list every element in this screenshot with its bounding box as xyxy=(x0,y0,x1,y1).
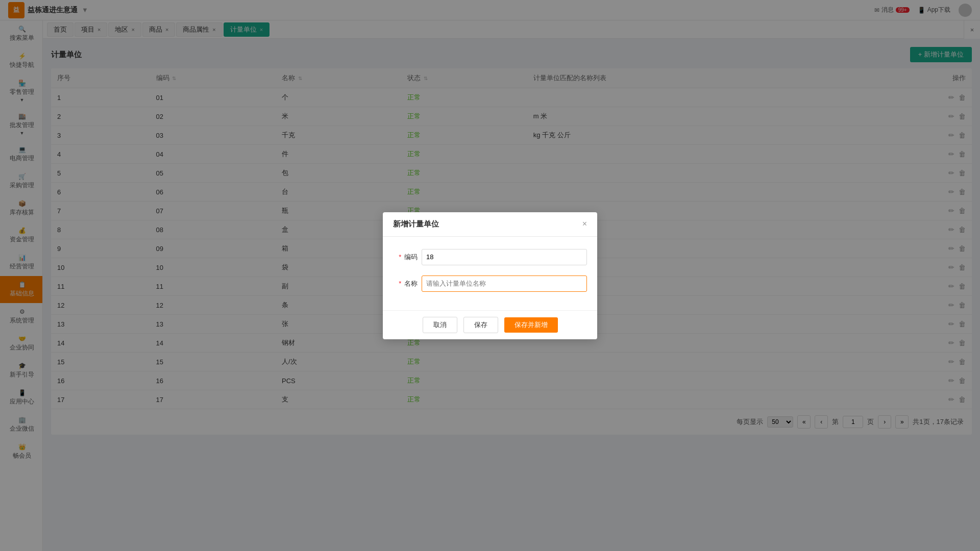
required-star-code: * xyxy=(399,253,401,261)
modal-header: 新增计量单位 × xyxy=(383,212,597,237)
name-label: * 名称 xyxy=(393,279,418,288)
modal-overlay[interactable]: 新增计量单位 × * 编码 * 名称 取消 保存 保存并新增 xyxy=(0,0,980,551)
code-input[interactable] xyxy=(422,249,587,265)
form-row-name: * 名称 xyxy=(393,276,587,292)
required-star-name: * xyxy=(399,280,401,287)
name-input[interactable] xyxy=(422,276,587,292)
modal-footer: 取消 保存 保存并新增 xyxy=(383,310,597,339)
modal-close-button[interactable]: × xyxy=(582,219,587,229)
save-button[interactable]: 保存 xyxy=(463,317,498,333)
form-row-code: * 编码 xyxy=(393,249,587,265)
code-label: * 编码 xyxy=(393,253,418,262)
modal-title: 新增计量单位 xyxy=(393,219,439,229)
add-unit-modal: 新增计量单位 × * 编码 * 名称 取消 保存 保存并新增 xyxy=(383,212,597,339)
cancel-button[interactable]: 取消 xyxy=(423,317,457,333)
modal-body: * 编码 * 名称 xyxy=(383,237,597,310)
save-and-new-button[interactable]: 保存并新增 xyxy=(504,317,558,333)
